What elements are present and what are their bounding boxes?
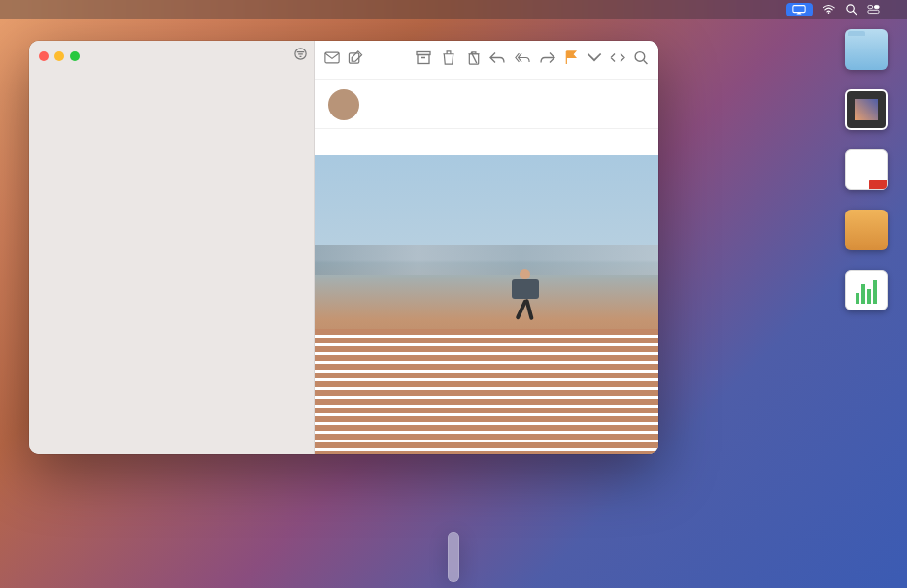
svg-rect-14 (418, 55, 429, 64)
message-attachment-image[interactable] (315, 155, 658, 454)
svg-rect-6 (868, 10, 879, 13)
sender-avatar[interactable] (328, 89, 359, 120)
svg-rect-0 (793, 6, 805, 13)
svg-point-18 (635, 52, 645, 62)
search-icon[interactable] (633, 50, 649, 69)
desktop-icons (835, 29, 897, 312)
svg-rect-5 (874, 5, 879, 8)
svg-rect-11 (325, 52, 339, 63)
desktop-file-keynote[interactable] (835, 210, 897, 252)
svg-line-19 (644, 60, 648, 64)
message-header (315, 80, 658, 129)
desktop-folder-documents[interactable] (835, 29, 897, 72)
mail-window (29, 41, 658, 454)
svg-point-1 (828, 12, 830, 14)
svg-rect-4 (868, 5, 873, 8)
message-content-pane (315, 41, 658, 454)
chevron-down-icon[interactable] (587, 50, 602, 69)
wifi-icon[interactable] (823, 3, 835, 17)
archive-icon[interactable] (416, 50, 431, 69)
filter-icon[interactable] (293, 47, 308, 65)
content-toolbar (315, 41, 658, 80)
flag-icon[interactable] (563, 50, 579, 69)
message-list[interactable] (29, 80, 314, 454)
svg-line-3 (854, 11, 857, 14)
compose-icon[interactable] (348, 50, 363, 69)
menu-bar (0, 0, 907, 19)
runner-figure (511, 269, 540, 327)
message-list-sidebar (29, 41, 315, 454)
svg-rect-16 (469, 54, 478, 64)
window-titlebar (29, 41, 314, 80)
close-button[interactable] (39, 51, 49, 61)
forward-icon[interactable] (540, 50, 555, 69)
screen-mirroring-icon[interactable] (786, 3, 813, 16)
more-icon[interactable] (610, 50, 625, 69)
reply-all-icon[interactable] (515, 50, 530, 69)
control-center-icon[interactable] (867, 3, 880, 17)
maximize-button[interactable] (70, 51, 80, 61)
spotlight-icon[interactable] (845, 3, 857, 17)
message-body (315, 129, 658, 155)
junk-icon[interactable] (466, 50, 482, 69)
reply-icon[interactable] (489, 50, 505, 69)
desktop-folder-pdf[interactable] (835, 149, 897, 192)
window-controls (39, 51, 80, 61)
envelope-icon[interactable] (324, 50, 340, 69)
trash-icon[interactable] (441, 50, 456, 69)
minimize-button[interactable] (54, 51, 64, 61)
dock (448, 532, 459, 582)
desktop-file-numbers[interactable] (835, 270, 897, 312)
desktop-folder-images[interactable] (835, 89, 897, 132)
